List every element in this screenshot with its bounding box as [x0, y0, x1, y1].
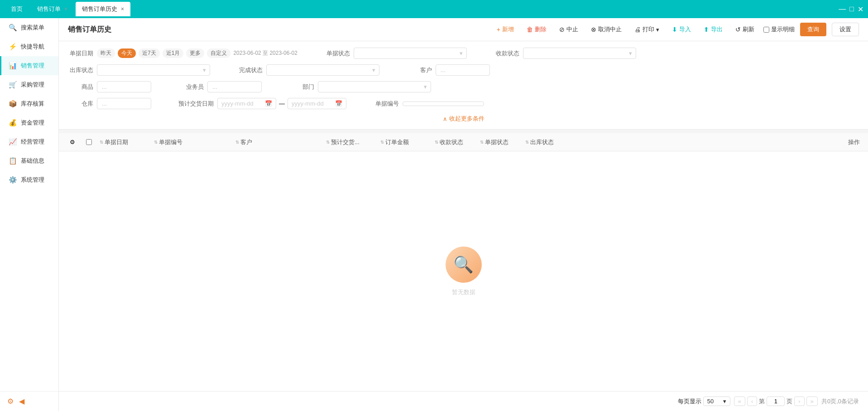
bill-status-select[interactable]: ▾ [354, 48, 467, 59]
show-detail-checkbox[interactable] [763, 27, 769, 33]
sidebar-item-label: 经营管理 [21, 138, 44, 146]
close-tab-sales-order[interactable]: × [64, 6, 67, 12]
product-input[interactable]: ... [97, 81, 151, 92]
date-chip-last7days[interactable]: 近7天 [139, 48, 160, 58]
total-info: 共0页,0条记录 [821, 397, 859, 406]
sidebar-item-label: 搜索菜单 [21, 24, 44, 32]
page-size-dropdown[interactable]: 50 ▾ [703, 396, 730, 406]
main-layout: 🔍 搜索菜单 ⚡ 快捷导航 📊 销售管理 🛒 采购管理 📦 库存核算 💰 资金管… [0, 18, 868, 411]
operations-icon: 📈 [9, 138, 17, 146]
collapse-row[interactable]: ∧ 收起更多条件 [68, 115, 859, 123]
table-settings-gear[interactable]: ⚙ [63, 139, 82, 145]
sidebar-item-system-mgmt[interactable]: ⚙️ 系统管理 [0, 170, 58, 189]
th-sort-icon-bill[interactable]: ⇅ [480, 140, 484, 145]
sidebar-item-quick-nav[interactable]: ⚡ 快捷导航 [0, 37, 58, 56]
cancel-stop-button[interactable]: ⊗ 取消中止 [587, 24, 625, 35]
table-header: ⚙ ⇅ 单据日期 ⇅ 单据编号 ⇅ 客户 ⇅ 预计交货. [59, 133, 868, 151]
date-chip-more[interactable]: 更多 [186, 48, 204, 58]
import-button[interactable]: ⬇ 导入 [668, 24, 695, 35]
new-button[interactable]: + 新增 [493, 24, 518, 35]
delete-button[interactable]: 🗑 删除 [523, 24, 550, 35]
calendar-from-icon: 📅 [265, 100, 272, 107]
next-page-button[interactable]: › [794, 396, 804, 406]
customer-input[interactable]: ... [436, 64, 490, 76]
close-tab-history[interactable]: × [121, 6, 124, 12]
collapse-sidebar-icon[interactable]: ◀ [19, 397, 24, 406]
th-sort-icon-out[interactable]: ⇅ [525, 140, 529, 145]
th-sort-icon-amount[interactable]: ⇅ [380, 140, 384, 145]
refresh-icon: ↺ [735, 26, 741, 33]
setting-button[interactable]: 设置 [832, 23, 859, 36]
date-chip-last1month[interactable]: 近1月 [163, 48, 184, 58]
tab-home[interactable]: 首页 [5, 2, 29, 16]
sidebar-item-basic-info[interactable]: 📋 基础信息 [0, 151, 58, 170]
collapse-up-icon: ∧ [443, 116, 447, 122]
complete-status-arrow: ▾ [372, 67, 375, 73]
calendar-to-icon: 📅 [335, 100, 342, 107]
sidebar-item-operations[interactable]: 📈 经营管理 [0, 132, 58, 151]
collapse-label: 收起更多条件 [449, 115, 484, 123]
print-button[interactable]: 🖨 打印 ▾ [631, 24, 663, 35]
window-close-button[interactable]: ✕ [858, 5, 863, 14]
maximize-button[interactable]: □ [849, 5, 854, 13]
complete-status-select[interactable]: ▾ [266, 64, 379, 76]
table-select-all-checkbox[interactable] [82, 139, 96, 145]
bill-status-label: 单据状态 [325, 49, 350, 58]
page-info: 第 页 [759, 396, 792, 406]
salesperson-input[interactable]: ... [207, 81, 262, 92]
stop-button[interactable]: ⊘ 中止 [556, 24, 582, 35]
th-sort-icon-customer[interactable]: ⇅ [235, 140, 239, 145]
export-button[interactable]: ⬆ 导出 [700, 24, 726, 35]
select-all-input[interactable] [86, 139, 92, 145]
th-sort-icon-num[interactable]: ⇅ [154, 140, 158, 145]
out-status-select[interactable]: ▾ [97, 64, 210, 76]
date-range-separator: — [279, 100, 285, 107]
show-detail-checkbox-label[interactable]: 显示明细 [763, 25, 795, 34]
page-size-selector: 每页显示 50 ▾ [678, 396, 730, 406]
sidebar-item-label: 基础信息 [21, 157, 44, 165]
th-customer: ⇅ 客户 [232, 138, 322, 146]
last-page-button[interactable]: » [806, 396, 818, 406]
print-icon: 🖨 [634, 26, 641, 33]
page-header: 销售订单历史 + 新增 🗑 删除 ⊘ 中止 ⊗ 取消中止 [59, 18, 868, 41]
tab-sales-order[interactable]: 销售订单 × [31, 2, 74, 16]
date-chip-custom[interactable]: 自定义 [207, 48, 230, 58]
page-size-value: 50 [707, 398, 714, 405]
salesperson-filter: 业务员 ... [178, 81, 262, 92]
date-filter: 单据日期 昨天 今天 近7天 近1月 更多 自定义 2023-06-02 至 2… [68, 48, 297, 58]
delivery-date-filter: 预计交货日期 yyyy-mm-dd 📅 — yyyy-mm-dd 📅 [178, 98, 346, 109]
department-select[interactable]: ▾ [318, 81, 431, 92]
table-area: ⚙ ⇅ 单据日期 ⇅ 单据编号 ⇅ 客户 ⇅ 预计交货. [59, 133, 868, 391]
recv-status-select[interactable]: ▾ [523, 48, 636, 59]
sidebar-item-label: 销售管理 [21, 62, 44, 70]
first-page-button[interactable]: « [734, 396, 745, 406]
search-menu-icon: 🔍 [9, 24, 17, 32]
query-button[interactable]: 查询 [800, 23, 826, 36]
complete-status-label: 完成状态 [237, 66, 263, 74]
warehouse-input[interactable]: ... [97, 98, 151, 109]
sidebar-item-purchase-mgmt[interactable]: 🛒 采购管理 [0, 75, 58, 94]
refresh-button[interactable]: ↺ 刷新 [732, 24, 758, 35]
delivery-date-to[interactable]: yyyy-mm-dd 📅 [288, 98, 346, 109]
minimize-button[interactable]: — [839, 5, 846, 13]
th-sort-icon[interactable]: ⇅ [100, 140, 103, 145]
tab-sales-order-history[interactable]: 销售订单历史 × [76, 2, 130, 16]
warehouse-filter: 仓库 ... [68, 98, 151, 109]
sidebar-item-inventory[interactable]: 📦 库存核算 [0, 94, 58, 113]
th-sort-icon-delivery[interactable]: ⇅ [326, 140, 330, 145]
recv-status-filter: 收款状态 ▾ [494, 48, 636, 59]
current-page-input[interactable] [767, 396, 785, 406]
date-chip-today[interactable]: 今天 [118, 48, 136, 58]
bill-status-filter: 单据状态 ▾ [325, 48, 467, 59]
delivery-date-from[interactable]: yyyy-mm-dd 📅 [217, 98, 276, 109]
settings-icon[interactable]: ⚙ [7, 397, 14, 406]
department-arrow: ▾ [424, 83, 427, 90]
th-sort-icon-recv[interactable]: ⇅ [435, 140, 438, 145]
sidebar-item-search-menu[interactable]: 🔍 搜索菜单 [0, 18, 58, 37]
date-chip-yesterday[interactable]: 昨天 [97, 48, 115, 58]
prev-page-button[interactable]: ‹ [747, 396, 757, 406]
bill-number-input[interactable] [403, 102, 484, 106]
sidebar-item-finance[interactable]: 💰 资金管理 [0, 113, 58, 132]
sidebar-item-sales-mgmt[interactable]: 📊 销售管理 [0, 56, 58, 75]
th-out-status: ⇅ 出库状态 [522, 138, 576, 146]
